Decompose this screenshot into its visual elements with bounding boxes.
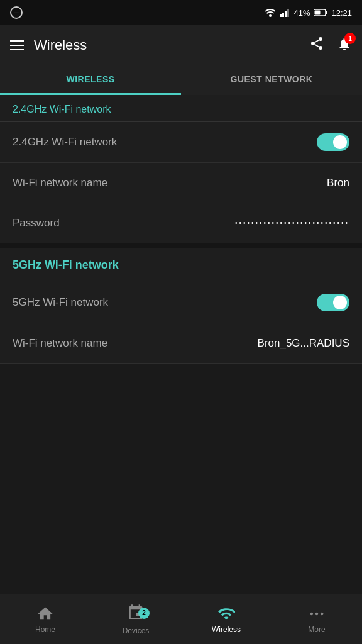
toggle-5ghz-switch[interactable] (317, 294, 349, 311)
svg-rect-3 (285, 11, 287, 17)
nav-label-more: More (308, 625, 325, 634)
cell-signal-icon (280, 8, 290, 17)
svg-line-11 (315, 45, 319, 47)
wifi-name-2.4ghz-value: Bron (327, 177, 349, 189)
toggle-2.4ghz-row: 2.4GHz Wi-Fi network (0, 122, 362, 163)
notification-dot-icon: − (10, 6, 23, 19)
section-header-5ghz: 5GHz Wi-Fi network (0, 243, 362, 282)
svg-point-9 (311, 42, 315, 45)
nav-item-devices[interactable]: 2 Devices (90, 594, 181, 644)
nav-label-devices: Devices (123, 626, 150, 635)
devices-badge: 2 (138, 608, 150, 619)
svg-point-0 (269, 14, 272, 17)
section-header-2.4ghz-scrolled: 2.4GHz Wi-Fi network (0, 95, 362, 122)
nav-label-wireless: Wireless (212, 625, 241, 634)
home-icon (36, 605, 54, 623)
password-2.4ghz-value: •••••••••••••••••••••••••••• (235, 219, 349, 226)
password-2.4ghz-label: Password (13, 217, 60, 230)
settings-list: 2.4GHz Wi-Fi network Wi-Fi network name … (0, 122, 362, 364)
password-2.4ghz-row[interactable]: Password •••••••••••••••••••••••••••• (0, 203, 362, 243)
status-bar-right: 41% 12:21 (265, 8, 352, 18)
app-bar: Wireless 1 (0, 25, 362, 65)
tabs-container: WIRELESS GUEST NETWORK (0, 65, 362, 95)
wireless-icon (217, 605, 235, 623)
battery-percent: 41% (293, 8, 310, 18)
notification-badge: 1 (344, 33, 356, 44)
toggle-5ghz-row: 5GHz Wi-Fi network (0, 282, 362, 323)
nav-item-home[interactable]: Home (0, 594, 90, 644)
app-bar-actions: 1 (309, 36, 352, 55)
wifi-name-5ghz-row[interactable]: Wi-Fi network name Bron_5G...RADIUS (0, 323, 362, 364)
nav-item-more[interactable]: More (272, 594, 362, 644)
more-icon (308, 605, 326, 623)
share-button[interactable] (309, 36, 324, 55)
svg-rect-7 (326, 11, 327, 14)
wifi-name-2.4ghz-row[interactable]: Wi-Fi network name Bron (0, 163, 362, 203)
wifi-name-5ghz-value: Bron_5G...RADIUS (258, 337, 349, 350)
menu-button[interactable] (10, 40, 24, 50)
status-bar-left: − (10, 6, 23, 19)
svg-point-14 (315, 612, 319, 615)
bottom-nav: Home 2 Devices Wireless More (0, 594, 362, 644)
svg-point-13 (310, 612, 314, 615)
svg-point-10 (319, 46, 322, 50)
svg-point-8 (319, 37, 322, 41)
nav-item-wireless[interactable]: Wireless (181, 594, 272, 644)
toggle-2.4ghz-switch[interactable] (317, 133, 349, 151)
nav-label-home: Home (35, 625, 55, 634)
share-icon (309, 36, 324, 51)
svg-rect-4 (287, 9, 289, 17)
svg-rect-1 (280, 14, 282, 17)
wifi-name-2.4ghz-label: Wi-Fi network name (13, 177, 107, 189)
svg-rect-2 (282, 13, 284, 17)
status-bar: − 41% 12:21 (0, 0, 362, 25)
clock-time: 12:21 (331, 8, 352, 18)
svg-line-12 (315, 40, 319, 43)
tab-guest-network[interactable]: GUEST NETWORK (181, 65, 362, 95)
svg-rect-6 (315, 11, 321, 15)
wifi-signal-icon (265, 8, 276, 17)
notification-button[interactable]: 1 (337, 36, 352, 54)
page-title: Wireless (34, 37, 87, 53)
svg-point-15 (321, 612, 324, 615)
app-bar-left: Wireless (10, 37, 87, 53)
toggle-5ghz-label: 5GHz Wi-Fi network (13, 296, 108, 309)
tab-wireless[interactable]: WIRELESS (0, 65, 181, 95)
wifi-name-5ghz-label: Wi-Fi network name (13, 337, 107, 350)
battery-icon (314, 9, 327, 16)
toggle-2.4ghz-label: 2.4GHz Wi-Fi network (13, 136, 117, 148)
